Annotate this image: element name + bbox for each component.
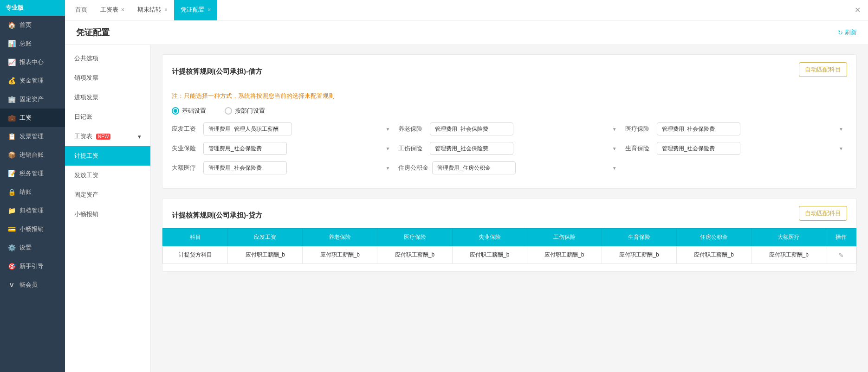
- window-close-button[interactable]: ✕: [851, 6, 864, 14]
- select-shengyu-bx[interactable]: 管理费用_社会保险费: [657, 142, 740, 155]
- nav-item-public[interactable]: 公共选项: [65, 49, 150, 68]
- debit-form-row-1: 应发工资 管理费用_管理人员职工薪酬 养老保险 管理费用: [172, 122, 847, 135]
- col-yingfa: 应发工资: [228, 229, 303, 246]
- ledger-icon: 📊: [7, 40, 16, 47]
- tab-period-close[interactable]: 期末结转 ×: [131, 0, 174, 20]
- field-shengyu-bx: 生育保险 管理费用_社会保险费: [625, 142, 847, 155]
- tax-icon: 📝: [7, 170, 16, 177]
- label-shengyu-bx: 生育保险: [625, 144, 653, 153]
- radio-basic-circle: [172, 107, 179, 115]
- nav-item-journal[interactable]: 日记账: [65, 107, 150, 127]
- sidebar-item-expense[interactable]: 💳 小畅报销: [0, 220, 65, 238]
- col-gongjijin: 住房公积金: [677, 229, 751, 246]
- nav-item-sales-invoice[interactable]: 销项发票: [65, 68, 150, 88]
- select-yingfa-gongzi[interactable]: 管理费用_管理人员职工薪酬: [203, 122, 292, 135]
- sidebar-item-archive[interactable]: 📁 归档管理: [0, 201, 65, 220]
- field-daeyiliao: 大额医疗 管理费用_社会保险费: [172, 161, 394, 174]
- select-wrapper-yiliao: 管理费用_社会保险费: [657, 122, 847, 135]
- select-yiliao-bx[interactable]: 管理费用_社会保险费: [657, 122, 740, 135]
- nav-item-salary-table[interactable]: 工资表 NEW ▾: [65, 127, 150, 146]
- select-daeyiliao[interactable]: 管理费用_社会保险费: [203, 161, 287, 174]
- sidebar-item-stock[interactable]: 📦 进销台账: [0, 146, 65, 164]
- tab-voucher-config[interactable]: 凭证配置 ×: [174, 0, 217, 20]
- sidebar-item-guide[interactable]: 🎯 新手引导: [0, 257, 65, 276]
- select-gongjijin[interactable]: 管理费用_住房公积金: [432, 161, 516, 174]
- sidebar-item-label: 发票管理: [19, 132, 44, 141]
- radio-dept-setting[interactable]: 按部门设置: [225, 107, 265, 115]
- tab-salary-table[interactable]: 工资表 ×: [94, 0, 131, 20]
- sidebar-item-label: 设置: [19, 244, 32, 252]
- sidebar-item-funds[interactable]: 💰 资金管理: [0, 71, 65, 90]
- home-icon: 🏠: [7, 21, 16, 29]
- tab-period-close-close[interactable]: ×: [164, 6, 168, 13]
- sidebar-item-assets[interactable]: 🏢 固定资产: [0, 90, 65, 109]
- select-gongshang-bx[interactable]: 管理费用_社会保险费: [430, 142, 513, 155]
- nav-item-pay-salary-label: 发放工资: [74, 171, 98, 180]
- nav-item-accrual-salary[interactable]: 计提工资: [65, 146, 150, 166]
- refresh-icon: ↻: [838, 29, 843, 36]
- label-yiliao-bx: 医疗保险: [625, 125, 653, 133]
- tab-salary-table-close[interactable]: ×: [121, 6, 124, 13]
- radio-dept-label: 按部门设置: [235, 107, 265, 115]
- sidebar-item-home[interactable]: 🏠 首页: [0, 16, 65, 34]
- col-yiliao: 医疗保险: [377, 229, 452, 246]
- debit-auto-match-button[interactable]: 自动匹配科目: [799, 62, 847, 77]
- sidebar-item-closing[interactable]: 🔒 结账: [0, 183, 65, 201]
- radio-basic-setting[interactable]: 基础设置: [172, 107, 206, 115]
- select-wrapper-gongjijin: 管理费用_住房公积金: [432, 161, 620, 174]
- cell-gongshang: 应付职工薪酬_b: [527, 246, 602, 264]
- member-icon: V: [7, 282, 16, 289]
- sidebar-item-settings[interactable]: ⚙️ 设置: [0, 238, 65, 257]
- salary-icon: 💼: [7, 114, 16, 122]
- field-gongshang-bx: 工伤保险 管理费用_社会保险费: [398, 142, 620, 155]
- select-yanglao-bx[interactable]: 管理费用_社会保险费: [430, 122, 513, 135]
- select-wrapper-shiye: 管理费用_社会保险费: [203, 142, 394, 155]
- nav-item-xiaochang-label: 小畅报销: [74, 210, 98, 218]
- cell-shengyu: 应付职工薪酬_b: [602, 246, 676, 264]
- content-layout: 公共选项 销项发票 进项发票 日记账 工资表 NEW ▾ 计提工资 发放工资: [65, 45, 868, 372]
- main-area: 首页 工资表 × 期末结转 × 凭证配置 × ✕ 凭证配置 ↻ 刷新 公共选项: [65, 0, 868, 372]
- sidebar-item-tax[interactable]: 📝 税务管理: [0, 164, 65, 183]
- sidebar-item-label: 进销台账: [19, 151, 44, 159]
- nav-item-pay-salary[interactable]: 发放工资: [65, 166, 150, 185]
- label-yanglao-bx: 养老保险: [398, 125, 426, 133]
- debit-warning-note: 注：只能选择一种方式，系统将按照您当前的选择来配置规则: [172, 92, 847, 100]
- nav-item-purchase-invoice[interactable]: 进项发票: [65, 88, 150, 107]
- sidebar-item-reports[interactable]: 📈 报表中心: [0, 53, 65, 71]
- nav-item-fixed-assets[interactable]: 固定资产: [65, 185, 150, 205]
- cell-action[interactable]: ✎: [826, 246, 856, 264]
- sidebar-item-label: 结账: [19, 188, 32, 196]
- nav-item-sales-invoice-label: 销项发票: [74, 74, 98, 82]
- select-shiye-bx[interactable]: 管理费用_社会保险费: [203, 142, 287, 155]
- tab-salary-table-label: 工资表: [100, 6, 118, 14]
- sidebar-item-member[interactable]: V 畅会员: [0, 276, 65, 294]
- assets-icon: 🏢: [7, 96, 16, 103]
- col-daeyiliao: 大额医疗: [751, 229, 826, 246]
- sidebar-item-salary[interactable]: 💼 工资: [0, 109, 65, 127]
- tab-voucher-config-close[interactable]: ×: [207, 6, 211, 13]
- credit-auto-match-button[interactable]: 自动匹配科目: [799, 206, 847, 221]
- settings-icon: ⚙️: [7, 244, 16, 251]
- edit-icon[interactable]: ✎: [838, 251, 844, 259]
- field-gongjijin: 住房公积金 管理费用_住房公积金: [398, 161, 620, 174]
- debit-section-body: 注：只能选择一种方式，系统将按照您当前的选择来配置规则 基础设置 按部门设置: [162, 84, 856, 188]
- debit-form-row-2: 失业保险 管理费用_社会保险费 工伤保险 管理费用_社会: [172, 142, 847, 155]
- sidebar-item-invoices[interactable]: 📋 发票管理: [0, 127, 65, 146]
- debit-radio-group: 基础设置 按部门设置: [172, 107, 847, 115]
- nav-item-purchase-invoice-label: 进项发票: [74, 93, 98, 102]
- refresh-button[interactable]: ↻ 刷新: [838, 28, 857, 37]
- nav-item-accrual-salary-label: 计提工资: [74, 152, 98, 160]
- expense-icon: 💳: [7, 225, 16, 233]
- field-shiye-bx: 失业保险 管理费用_社会保险费: [172, 142, 394, 155]
- sidebar-item-label: 新手引导: [19, 262, 44, 270]
- cell-shiye: 应付职工薪酬_b: [452, 246, 527, 264]
- reports-icon: 📈: [7, 58, 16, 66]
- sidebar-item-ledger[interactable]: 📊 总账: [0, 34, 65, 53]
- invoices-icon: 📋: [7, 133, 16, 140]
- nav-item-xiaochang[interactable]: 小畅报销: [65, 205, 150, 224]
- tab-home-label: 首页: [75, 6, 87, 14]
- tab-home[interactable]: 首页: [69, 0, 94, 20]
- new-badge: NEW: [96, 134, 110, 140]
- credit-section-title: 计提核算规则(公司承担)-贷方: [172, 211, 262, 220]
- funds-icon: 💰: [7, 77, 16, 84]
